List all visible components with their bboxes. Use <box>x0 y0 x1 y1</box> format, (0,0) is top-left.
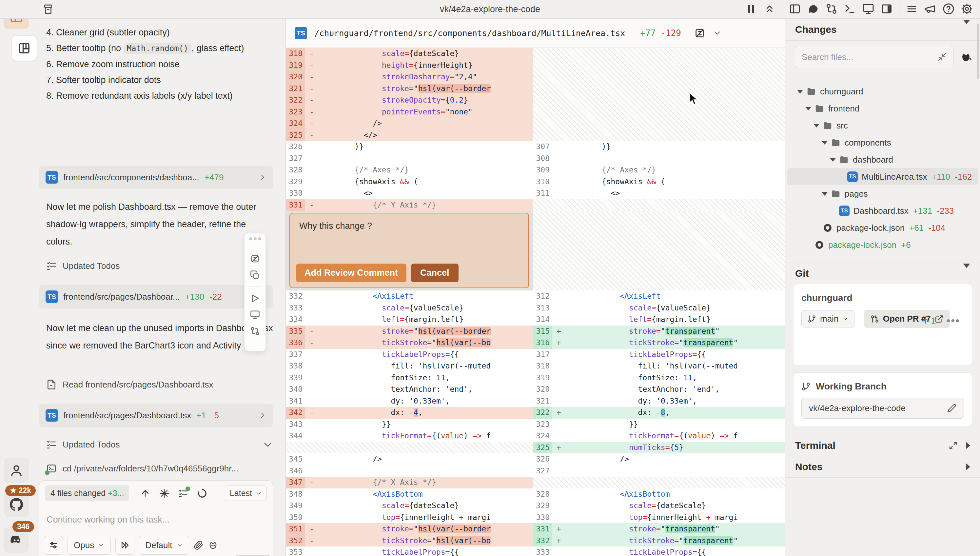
diff-line[interactable]: 328 <AxisBottom <box>533 488 785 500</box>
tree-file-MultiLineArea.tsx[interactable]: TSMultiLineArea.tsx+110-162 <box>787 168 978 185</box>
tree-folder-dashboard[interactable]: dashboard <box>787 151 978 168</box>
git-compare-icon[interactable] <box>826 3 838 15</box>
copy-icon[interactable] <box>250 270 260 280</box>
settings-gear-icon[interactable] <box>961 3 973 15</box>
chevron-down-icon[interactable] <box>712 29 722 38</box>
diff-line[interactable]: 311 <> <box>533 187 785 199</box>
diff-line[interactable]: 326 /> <box>533 453 785 465</box>
diff-line[interactable]: 331- {/* Y Axis */} <box>286 199 533 211</box>
expand-triangle-icon[interactable] <box>966 442 970 449</box>
diff-mode-icon[interactable] <box>694 27 706 39</box>
diff-line[interactable]: 325+ numTicks={5} <box>533 442 785 454</box>
diff-line[interactable]: 307 )} <box>533 141 785 153</box>
diff-line[interactable]: 309 {/* Axes */} <box>533 164 785 176</box>
terminal-command-row[interactable]: cd /private/var/folders/10/h7w0q46556ggr… <box>46 463 266 474</box>
diff-line[interactable]: 330 <> <box>286 187 533 199</box>
more-options-icon[interactable] <box>249 238 261 240</box>
diff-line[interactable]: 352- tickStroke="hsl(var(--bo <box>286 535 533 547</box>
changes-section-header[interactable]: Changes <box>785 19 980 40</box>
collapse-tree-icon[interactable] <box>937 52 946 61</box>
diff-line[interactable]: 322- strokeOpacity={0.2} <box>286 94 533 106</box>
diff-line[interactable]: 320- strokeDasharray="2,4" <box>286 71 533 83</box>
diff-line[interactable]: 346 <box>286 465 533 477</box>
diff-line[interactable]: 344 tickFormat={(value) => f <box>286 430 533 442</box>
version-dropdown[interactable]: Latest <box>225 485 267 501</box>
megaphone-icon[interactable] <box>924 3 936 15</box>
diff-line[interactable]: 308 <box>533 153 785 165</box>
diff-line[interactable]: 330 top={innerHeight + margi <box>533 512 785 524</box>
diff-line[interactable]: 333 tickLabelProps={{ <box>533 546 785 556</box>
diff-line[interactable]: 314 left={margin.left} <box>533 314 785 325</box>
terminal-icon[interactable] <box>844 3 856 15</box>
monitor-icon[interactable] <box>250 310 260 320</box>
diff-line[interactable]: 327 <box>286 153 533 165</box>
diff-new-column[interactable]: 307 )}308309 {/* Axes */}310 {showAxis &… <box>533 48 785 556</box>
panel-right-icon[interactable] <box>881 3 893 15</box>
repo-more-menu[interactable]: ••• <box>946 314 960 327</box>
diff-line[interactable]: 323 }} <box>533 419 785 430</box>
diff-line[interactable]: 321- stroke="hsl(var(--border <box>286 83 533 95</box>
attach-button[interactable] <box>194 540 203 550</box>
diff-line[interactable]: 329 scale={dateScale} <box>533 500 785 512</box>
pencil-icon[interactable] <box>947 404 956 413</box>
read-file-row[interactable]: Read frontend/src/pages/Dashboard.tsx <box>46 379 213 390</box>
diff-line[interactable]: 336- tickStroke="hsl(var(--bo <box>286 337 533 349</box>
expand-triangle-icon[interactable] <box>830 158 836 162</box>
tree-folder-frontend[interactable]: frontend <box>787 100 978 117</box>
diff-line[interactable]: 339 fontSize: 11, <box>286 372 533 384</box>
collapse-triangle-icon[interactable] <box>963 263 970 279</box>
collapse-triangle-icon[interactable] <box>963 20 970 35</box>
terminal-section-header[interactable]: Terminal <box>785 435 980 456</box>
play-icon[interactable] <box>250 293 260 303</box>
diff-line[interactable]: 353 tickLabelProps={{ <box>286 546 533 556</box>
diff-line[interactable]: 350 top={innerHeight + margi <box>286 512 533 524</box>
help-icon[interactable] <box>943 3 954 15</box>
comment-text[interactable]: Why this change ? <box>299 221 373 231</box>
diff-line[interactable]: 328 {/* Axes */} <box>286 164 533 176</box>
diff-line[interactable]: 313 scale={valueScale} <box>533 302 785 314</box>
rail-item-board[interactable] <box>11 36 37 61</box>
message-input[interactable]: Continue working on this task... <box>39 506 273 525</box>
todo-step-row[interactable]: Updated Todos <box>46 260 119 271</box>
diff-line[interactable]: 342- dx: -4, <box>286 407 533 419</box>
diff-line[interactable]: 323- pointerEvents="none" <box>286 106 533 118</box>
diff-line[interactable]: 321 dy: '0.33em', <box>533 395 785 407</box>
diff-line[interactable]: 333 scale={valueScale} <box>286 302 533 314</box>
monitor-icon[interactable] <box>862 3 874 15</box>
file-chip[interactable]: TS frontend/src/pages/Dashboard.tsx +1 -… <box>39 404 273 427</box>
diff-line[interactable]: 324 tickFormat={(value) => f <box>533 430 785 442</box>
file-chip[interactable]: TS frontend/src/pages/Dashboar... +130 -… <box>39 285 273 309</box>
diff-line[interactable]: 320 textAnchor: 'end', <box>533 383 785 395</box>
expand-triangle-icon[interactable] <box>797 90 803 94</box>
arrow-up-icon[interactable] <box>140 488 150 498</box>
file-chip[interactable]: TS frontend/src/components/dashboa... +4… <box>39 166 273 189</box>
cat-review-button[interactable] <box>960 51 972 63</box>
expand-triangle-icon[interactable] <box>805 107 811 110</box>
sidebar-scrollbar[interactable] <box>977 24 979 79</box>
model-dropdown[interactable]: Opus <box>68 536 111 555</box>
diff-line[interactable]: 343 }} <box>286 419 533 430</box>
cat-button[interactable] <box>208 540 218 550</box>
diff-line[interactable]: 317 tickLabelProps={{ <box>533 349 785 360</box>
chevron-down-icon[interactable] <box>263 439 273 450</box>
diff-line[interactable]: 326 )} <box>286 141 533 153</box>
review-comment-box[interactable]: Why this change ?Add Review CommentCance… <box>289 213 529 288</box>
diff-line[interactable]: 318 fill: 'hsl(var(--muted <box>533 360 785 372</box>
expand-icon[interactable] <box>949 441 957 450</box>
diff-line[interactable]: 329 {showAxis && ( <box>286 176 533 188</box>
diff-line[interactable]: 319 fontSize: 11, <box>533 372 785 384</box>
diff-view-icon[interactable] <box>250 254 260 263</box>
panel-left-icon[interactable] <box>789 3 801 15</box>
diff-line[interactable]: 338 fill: 'hsl(var(--muted <box>286 360 533 372</box>
diff-line[interactable]: 315+ stroke="transparent" <box>533 325 785 337</box>
diff-line[interactable]: 334 left={margin.left} <box>286 314 533 325</box>
diff-line[interactable]: 347- {/* X Axis */} <box>286 477 533 488</box>
todo-step-row[interactable]: Updated Todos <box>46 439 273 450</box>
search-files-input[interactable]: Search files... <box>795 46 953 68</box>
open-pr-button[interactable]: Open PR #7 <box>864 310 950 328</box>
diff-line[interactable]: 348 <AxisBottom <box>286 488 533 500</box>
diff-line[interactable]: 324- /> <box>286 118 533 129</box>
diff-line[interactable]: 341 dy: '0.33em', <box>286 395 533 407</box>
git-section-header[interactable]: Git <box>785 263 980 284</box>
expand-triangle-icon[interactable] <box>814 124 819 128</box>
